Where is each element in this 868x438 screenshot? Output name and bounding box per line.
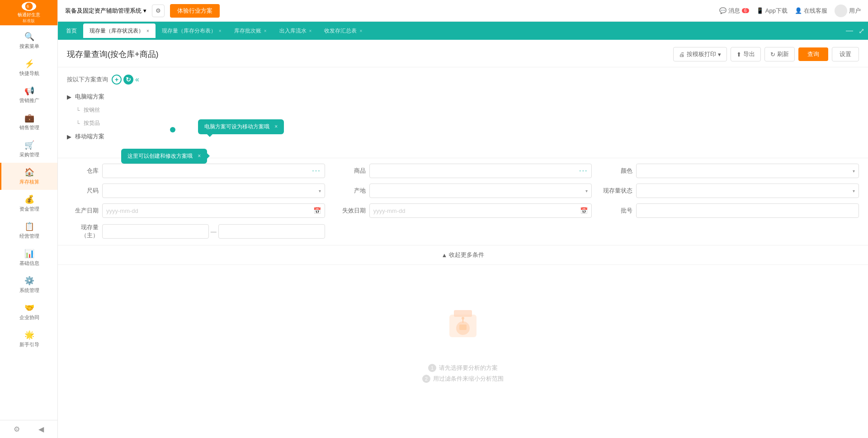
collapse-btn[interactable]: ▲ 收起更多条件	[442, 251, 485, 259]
svg-point-7	[462, 317, 464, 320]
stock-main-to[interactable]	[218, 224, 325, 239]
purchase-icon: 🛒	[24, 140, 34, 150]
refresh-btn[interactable]: ↻ 刷新	[764, 47, 795, 61]
sidebar-item-sales[interactable]: 💼 销售管理	[0, 108, 57, 136]
tab-home[interactable]: 首页	[60, 24, 83, 38]
sidebar-item-system[interactable]: ⚙️ 系统管理	[0, 271, 57, 298]
sidebar-item-inventory[interactable]: 🏠 库存核算	[0, 163, 57, 190]
top-header: 装备及固定资产辅助管理系统 ▾ ⚙ 体验行业方案 💬 消息 6 📱 App下载 …	[58, 0, 868, 22]
sidebar-item-search[interactable]: 🔍 搜索菜单	[0, 27, 57, 54]
notification-btn[interactable]: 💬 消息 6	[719, 7, 749, 15]
prod-date-input[interactable]: yyyy-mm-dd 📅	[102, 203, 325, 218]
stock-status-select[interactable]: ▾	[636, 184, 859, 198]
tab-inventory-status[interactable]: 现存量（库存状况表） ×	[83, 24, 156, 38]
sidebar-item-purchase[interactable]: 🛒 采购管理	[0, 136, 57, 163]
origin-select[interactable]: ▾	[369, 184, 592, 198]
color-arrow-icon: ▾	[853, 169, 855, 174]
tab-close-inventory-batch[interactable]: ×	[264, 28, 267, 33]
stock-main-from[interactable]	[102, 224, 209, 239]
sales-icon: 💼	[24, 113, 34, 123]
username-label: 用户	[849, 7, 861, 15]
sidebar-item-nav[interactable]: ⚡ 快捷导航	[0, 54, 57, 81]
tooltip-create-scheme: 这里可以创建和修改方案哦 ×	[121, 149, 207, 164]
sidebar-item-system-label: 系统管理	[19, 287, 39, 294]
online-service-label: 在线客服	[804, 7, 827, 15]
filter-row-goods: 商品 ···	[334, 164, 592, 178]
tab-close-inventory-status[interactable]: ×	[146, 28, 149, 33]
tab-home-label: 首页	[66, 27, 77, 35]
origin-arrow-icon: ▾	[585, 188, 588, 193]
svg-text:6: 6	[27, 4, 29, 9]
tooltip-create-close[interactable]: ×	[198, 153, 201, 159]
sidebar-item-marketing[interactable]: 📢 营销推广	[0, 81, 57, 108]
scheme-list: ▶ 电脑端方案 └ 按钢丝 └ 按货品 ▶ 移动	[67, 90, 148, 143]
filter-row-color: 颜色 ▾	[601, 164, 859, 178]
sidebar: 6 畅通好生意 标准版 🔍 搜索菜单 ⚡ 快捷导航 📢 营销推广 💼 销售管理 …	[0, 0, 58, 438]
color-select[interactable]: ▾	[636, 164, 859, 178]
tooltip-pc-close[interactable]: ×	[274, 123, 278, 130]
notification-label: 消息	[728, 7, 740, 15]
settings-footer-btn[interactable]: ⚙	[14, 425, 20, 433]
scheme-sub-1[interactable]: └ 按钢丝	[67, 104, 148, 117]
tab-maximize-btn[interactable]: ⤢	[857, 25, 866, 37]
tab-inventory-dist[interactable]: 现存量（库存分布表） ×	[156, 24, 228, 38]
export-label: 导出	[743, 50, 755, 58]
filter-refresh-btn[interactable]: ↻	[123, 75, 133, 85]
scheme-sub-arrow-2: └	[76, 120, 80, 127]
sidebar-item-enterprise[interactable]: 🤝 企业协同	[0, 298, 57, 325]
chevron-right-icon-2: ▶	[67, 133, 71, 140]
collapse-btn-label: 收起更多条件	[449, 251, 484, 259]
system-title[interactable]: 装备及固定资产辅助管理系统 ▾	[65, 7, 146, 15]
sidebar-item-basic[interactable]: 📊 基础信息	[0, 244, 57, 271]
tab-close-inout-flow[interactable]: ×	[309, 28, 312, 33]
filter-arrow-btn[interactable]: «	[135, 75, 139, 84]
tooltip-create-text: 这里可以创建和修改方案哦	[127, 153, 193, 159]
collapse-up-icon: ▲	[442, 252, 448, 259]
exp-date-input[interactable]: yyyy-mm-dd 📅	[369, 203, 592, 218]
warehouse-dots[interactable]: ···	[312, 167, 321, 175]
origin-label: 产地	[334, 187, 366, 195]
scheme-item-pc[interactable]: ▶ 电脑端方案	[67, 90, 148, 104]
filter-row-stock-main: 现存量（主） —	[67, 223, 325, 240]
tab-inventory-status-label: 现存量（库存状况表）	[90, 27, 144, 35]
tab-recv-summary[interactable]: 收发存汇总表 ×	[318, 24, 368, 38]
online-service-btn[interactable]: 👤 在线客服	[795, 7, 827, 15]
print-btn[interactable]: 🖨 按模板打印 ▾	[673, 47, 727, 61]
sidebar-item-operation[interactable]: 📋 经营管理	[0, 217, 57, 244]
sidebar-item-basic-label: 基础信息	[19, 260, 39, 267]
marketing-icon: 📢	[24, 86, 34, 96]
scheme-pc-label: 电脑端方案	[75, 93, 104, 101]
service-icon: 👤	[795, 7, 802, 14]
warehouse-select[interactable]: ···	[102, 164, 325, 178]
app-download-btn[interactable]: 📱 App下载	[756, 7, 788, 15]
export-btn[interactable]: ⬆ 导出	[731, 47, 761, 61]
query-btn[interactable]: 查询	[798, 47, 828, 61]
scheme-mobile-label: 移动端方案	[75, 132, 104, 141]
tab-close-recv-summary[interactable]: ×	[359, 28, 362, 33]
scheme-sub-2[interactable]: └ 按货品	[67, 117, 148, 130]
finance-icon: 💰	[24, 194, 34, 204]
goods-label: 商品	[334, 167, 366, 175]
step-1-num: 1	[428, 364, 436, 372]
collapse-sidebar-btn[interactable]: ◀	[38, 425, 44, 433]
chevron-right-icon: ▶	[67, 94, 71, 100]
reset-btn[interactable]: 设置	[832, 47, 859, 61]
filter-add-btn[interactable]: +	[112, 75, 122, 85]
settings-button[interactable]: ⚙	[152, 5, 165, 17]
system-name-text: 装备及固定资产辅助管理系统	[65, 7, 142, 15]
goods-dots[interactable]: ···	[579, 167, 588, 175]
filter-container: 按以下方案查询 + ↻ « ▶ 电脑端方案	[58, 67, 868, 422]
filter-row-exp-date: 失效日期 yyyy-mm-dd 📅	[334, 203, 592, 218]
batch-input[interactable]	[636, 203, 859, 218]
user-btn[interactable]: 用户	[835, 5, 861, 17]
tab-close-inventory-dist[interactable]: ×	[219, 28, 222, 33]
size-select[interactable]: ▾	[102, 184, 325, 198]
goods-select[interactable]: ···	[369, 164, 592, 178]
industry-btn[interactable]: 体验行业方案	[170, 4, 220, 18]
tab-minimize-btn[interactable]: —	[844, 25, 855, 37]
scheme-item-mobile[interactable]: ▶ 移动端方案	[67, 130, 148, 143]
sidebar-item-finance[interactable]: 💰 资金管理	[0, 190, 57, 217]
tab-inout-flow[interactable]: 出入库流水 ×	[273, 24, 318, 38]
sidebar-item-guide[interactable]: 🌟 新手引导	[0, 325, 57, 353]
tab-inventory-batch[interactable]: 库存批次账 ×	[228, 24, 273, 38]
